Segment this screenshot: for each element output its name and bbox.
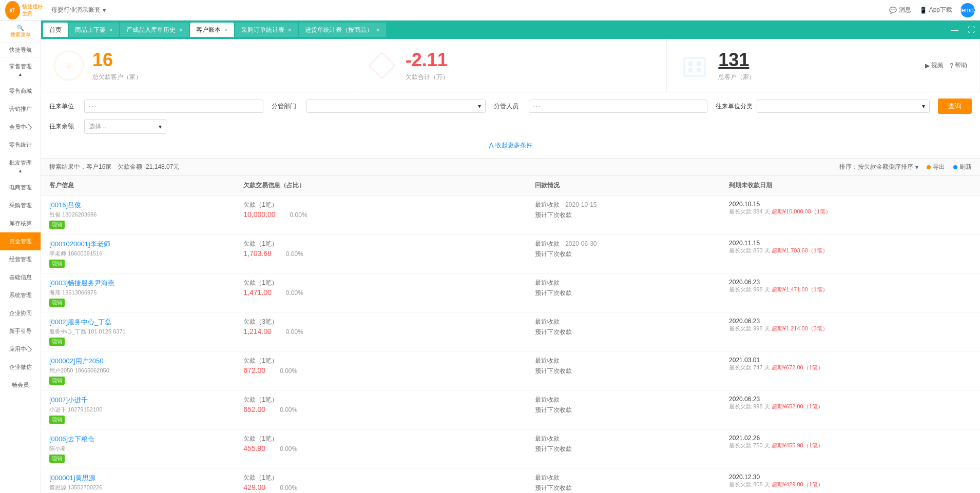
sidebar-item-vip[interactable]: 畅会员: [0, 376, 41, 394]
sidebar-search[interactable]: 🔍 搜索菜单: [0, 21, 41, 43]
sort-selector[interactable]: 排序：按欠款金额倒序排序 ▾: [839, 163, 918, 171]
debt-info-0: 欠款（1笔） 10,000.00 0.00%: [243, 201, 534, 219]
sidebar-item-capital[interactable]: 资金管理: [0, 232, 41, 250]
app-download-btn[interactable]: 📱 App下载: [919, 6, 952, 14]
payment-info-7: 最近收款 预计下次收款: [535, 474, 729, 493]
video-btn[interactable]: ▶ 视频: [925, 61, 944, 70]
tab-close-icon[interactable]: ✕: [287, 27, 292, 33]
stat-total-info: 131 总客户（家）: [718, 49, 917, 82]
sidebar-item-retail-mall[interactable]: 零售商城: [0, 82, 41, 100]
debt-info-5: 欠款（1笔） 652.00 0.00%: [243, 396, 534, 413]
customer-info-5: [0007]小进千 小进千 18279152100 现销: [49, 396, 243, 424]
tab-purchase-order[interactable]: 采购订单统计表 ✕: [235, 23, 298, 37]
customer-info-3: [0002]服务中心_丁磊 服务中心_丁磊 181 0125 8371 现销: [49, 318, 243, 346]
debt-info-2: 欠款（1笔） 1,471.00 0.00%: [243, 279, 534, 297]
debt-info-4: 欠款（1笔） 672.00 0.00%: [243, 357, 534, 374]
sidebar-quick-nav[interactable]: 快捷导航: [0, 43, 41, 57]
customer-name-4[interactable]: [000002]用户2050: [49, 357, 243, 366]
person-input[interactable]: ···: [529, 100, 708, 113]
table-header: 客户信息 欠款交易信息（占比） 回款情况 到期未收款日期: [41, 176, 980, 195]
customer-table: 客户信息 欠款交易信息（占比） 回款情况 到期未收款日期 [0016]吕俊 吕俊…: [41, 176, 980, 493]
customer-name-6[interactable]: [0006]去下粮仓: [49, 435, 243, 444]
tab-product-offshelf[interactable]: 商品上下架 ✕: [69, 23, 119, 37]
from-unit-input[interactable]: ···: [84, 100, 263, 113]
tab-close-icon[interactable]: ✕: [376, 27, 380, 33]
tab-bar-actions: — ⛶: [948, 25, 978, 35]
overdue-link-1[interactable]: 超期¥1,703.68（1笔）: [772, 247, 828, 253]
overdue-link-2[interactable]: 超期¥1,471.00（1笔）: [772, 286, 828, 292]
unit-class-select[interactable]: ▾: [757, 100, 930, 113]
messages-btn[interactable]: 💬 消息: [889, 6, 911, 14]
sidebar-item-corp-wechat[interactable]: 企业微信: [0, 358, 41, 376]
customer-info-4: [000002]用户2050 用户2050 18665062050 现销: [49, 357, 243, 385]
refresh-btn[interactable]: 刷新: [953, 163, 972, 171]
svg-rect-3: [684, 58, 705, 76]
building-icon: [679, 50, 710, 81]
col-header-debt: 欠款交易信息（占比）: [243, 181, 534, 190]
avatar: demo2: [960, 3, 975, 17]
search-button[interactable]: 查询: [938, 98, 972, 114]
tab-home[interactable]: 首页: [43, 23, 68, 37]
tab-minimize-btn[interactable]: —: [948, 25, 962, 35]
sidebar-item-retail-stats[interactable]: 零售统计: [0, 136, 41, 154]
overdue-info-0: 2020.10.15 最长欠款 884 天 超期¥10,000.00（1笔）: [729, 201, 972, 215]
table-row: [0003]畅捷服务尹海燕 海燕 18513066976 现销 欠款（1笔） 1…: [41, 273, 980, 312]
chevron-icon: ▲: [18, 72, 23, 77]
tab-close-icon[interactable]: ✕: [179, 27, 183, 33]
customer-name-0[interactable]: [0016]吕俊: [49, 201, 243, 210]
tab-customer-account[interactable]: 客户账本 ✕: [190, 23, 234, 37]
sidebar-item-retail-mgmt[interactable]: 零售管理 ▲: [0, 57, 41, 82]
filter-toggle[interactable]: ⋀ 收起更多条件: [49, 139, 972, 152]
dept-select[interactable]: ▾: [306, 100, 486, 113]
sidebar-item-app-center[interactable]: 应用中心: [0, 340, 41, 358]
play-icon: ▶: [925, 62, 930, 69]
sidebar-item-corp-collab[interactable]: 企业协同: [0, 304, 41, 322]
system-selector[interactable]: 母婴行业演示账套 ▾: [51, 6, 106, 14]
logo-text: 畅捷通好生意: [22, 3, 47, 17]
table-row: [0016]吕俊 吕俊 13026203696 现销 欠款（1笔） 10,000…: [41, 195, 980, 234]
customer-name-7[interactable]: [000001]黄思源: [49, 474, 243, 483]
sidebar-item-basic[interactable]: 基础信息: [0, 268, 41, 286]
yuan-icon: ¥: [53, 50, 84, 81]
sidebar-item-ecommerce[interactable]: 电商管理: [0, 179, 41, 196]
filter-dept: 分管部门 ▾: [272, 100, 486, 113]
table-row: [0002]服务中心_丁磊 服务中心_丁磊 181 0125 8371 现销 欠…: [41, 312, 980, 351]
filter-unit-class: 往来单位分类 ▾: [716, 100, 930, 113]
sidebar-item-inventory[interactable]: 库存核算: [0, 214, 41, 232]
tab-close-icon[interactable]: ✕: [109, 27, 113, 33]
overdue-link-4[interactable]: 超期¥672.00（1笔）: [772, 364, 823, 370]
sidebar-item-purchase[interactable]: 采购管理: [0, 196, 41, 214]
customer-name-1[interactable]: [0001020001]李老师: [49, 240, 243, 249]
sidebar-item-batch-mgmt[interactable]: 批发管理 ▲: [0, 154, 41, 179]
customer-name-2[interactable]: [0003]畅捷服务尹海燕: [49, 279, 243, 288]
logo-area: 好 畅捷通好生意: [5, 1, 46, 19]
help-btn[interactable]: ? 帮助: [950, 61, 967, 70]
payment-info-6: 最近收款 预计下次收款: [535, 435, 729, 455]
customer-name-3[interactable]: [0002]服务中心_丁磊: [49, 318, 243, 327]
sidebar-item-member[interactable]: 会员中心: [0, 118, 41, 136]
balance-select[interactable]: 选择... ▾: [84, 119, 166, 134]
overdue-link-6[interactable]: 超期¥455.90（1笔）: [772, 442, 823, 448]
overdue-link-3[interactable]: 超期¥1,214.00（3笔）: [772, 325, 828, 331]
refresh-icon: [953, 165, 957, 169]
tab-inbound-stat[interactable]: 进货单统计表（按商品） ✕: [299, 23, 386, 37]
overdue-link-7[interactable]: 超期¥429.00（1笔）: [772, 481, 823, 487]
sidebar-item-new-guide[interactable]: 新手引导: [0, 322, 41, 340]
customer-info-0: [0016]吕俊 吕俊 13026203696 现销: [49, 201, 243, 229]
results-bar: 搜索结果中，客户16家 欠款金额 -21,148.07元 排序：按欠款金额倒序排…: [41, 159, 980, 176]
sidebar-item-ops[interactable]: 经营管理: [0, 250, 41, 268]
overdue-link-5[interactable]: 超期¥652.00（1笔）: [772, 403, 823, 409]
tab-close-icon[interactable]: ✕: [224, 27, 228, 33]
customer-name-5[interactable]: [0007]小进千: [49, 396, 243, 405]
sidebar-item-system[interactable]: 系统管理: [0, 286, 41, 304]
overdue-link-0[interactable]: 超期¥10,000.00（1笔）: [772, 208, 831, 214]
user-avatar[interactable]: demo2: [960, 3, 975, 17]
overdue-info-4: 2021.03.01 最长欠款 747 天 超期¥672.00（1笔）: [729, 357, 972, 371]
top-right: 💬 消息 📱 App下载 demo2: [889, 3, 975, 17]
filter-from-unit: 往来单位 ···: [49, 100, 263, 113]
row-0: [0016]吕俊 吕俊 13026203696 现销 欠款（1笔） 10,000…: [41, 195, 980, 234]
tab-maximize-btn[interactable]: ⛶: [965, 25, 978, 35]
tab-product-inbound[interactable]: 产成品入库单历史 ✕: [120, 23, 189, 37]
sidebar-item-marketing[interactable]: 营销推广: [0, 100, 41, 118]
export-btn[interactable]: 导出: [927, 163, 945, 171]
